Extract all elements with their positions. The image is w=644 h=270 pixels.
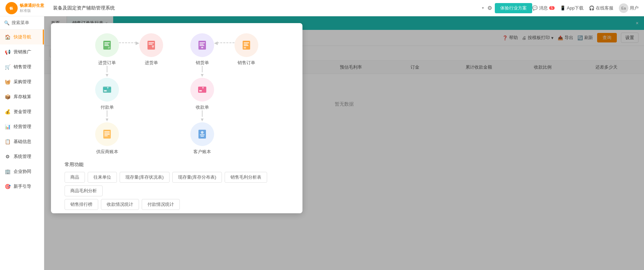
customer-ledger-circle [190,122,214,146]
svg-text:¥: ¥ [107,86,109,89]
operations-icon: 📊 [4,123,11,130]
svg-rect-15 [147,41,155,50]
sidebar-item-system[interactable]: ⚙ 系统管理 [0,149,44,164]
svg-point-28 [201,131,204,134]
message-icon: 💬 [532,5,538,11]
flow-receipt-bill[interactable]: ¥ 收款单 [190,78,214,110]
quick-nav-modal: 进货订单 ▼ ¥ 付款单 ▼ [51,23,302,213]
search-menu[interactable]: 🔍 搜索菜单 [0,16,44,30]
flow-sales-order[interactable]: 销售订单 [234,33,258,66]
purchase-bill-circle [139,33,163,57]
func-btn-8[interactable]: 付款情况统计 [142,199,180,210]
home-icon: 🏠 [4,34,11,40]
sidebar-item-basic-info[interactable]: 📋 基础信息 [0,134,44,149]
func-buttons-row: 商品 往来单位 现存量(库存状况表) 现存量(库存分布表) 销售毛利分析表 商品… [65,172,289,196]
svg-rect-34 [244,45,248,46]
settings-icon[interactable]: ⚙ [487,5,492,11]
inventory-icon: 📦 [4,93,11,100]
supplier-ledger-circle [95,122,119,146]
sidebar: 🔍 搜索菜单 🏠 快捷导航 📢 营销推广 🛒 销售管理 🧺 采购管理 📦 [0,16,44,270]
system-dropdown-icon[interactable]: ▼ [481,6,485,10]
func-btn-1[interactable]: 往来单位 [88,172,117,183]
newbie-icon: 🎯 [4,183,11,190]
message-btn[interactable]: 💬 消息 5 [532,5,555,11]
sidebar-item-purchase[interactable]: 🧺 采购管理 [0,74,44,89]
func-btn-7[interactable]: 收款情况统计 [101,199,139,210]
mid-left-col-group: 进货单 [139,33,163,66]
v-connector-3: ▼ [200,66,205,78]
svg-rect-8 [104,90,107,91]
svg-rect-22 [201,47,203,48]
experience-btn[interactable]: 体验行业方案 [495,3,532,13]
user-avatar: Ea [619,3,628,13]
svg-rect-5 [104,45,109,46]
purchase-icon: 🧺 [4,78,11,85]
enterprise-icon: 🏢 [4,168,11,175]
sales-icon: 🛒 [4,64,11,70]
flow-customer-ledger[interactable]: 客户账本 [190,122,214,155]
purchase-order-circle [95,33,119,57]
svg-rect-21 [199,45,204,46]
func-buttons-row-2: 销售排行榜 收款情况统计 付款情况统计 [65,199,289,210]
system-icon: ⚙ [4,153,11,160]
finance-icon: 💰 [4,108,11,115]
flow-supplier-ledger[interactable]: 供应商账本 [95,122,119,155]
svg-rect-11 [104,131,110,132]
search-icon: 🔍 [4,20,10,25]
online-service-btn[interactable]: 🎧 在线客服 [589,5,613,11]
svg-rect-33 [244,44,248,44]
marketing-icon: 📢 [4,49,11,55]
sidebar-item-enterprise[interactable]: 🏢 企业协同 [0,164,44,179]
mid-right-col-group: 销货单 ▼ ¥ 收款单 ▼ [190,33,214,155]
payment-bill-circle: ¥ [95,78,119,102]
svg-rect-3 [104,42,110,43]
v-connector-4: ▼ [200,110,205,122]
flow-purchase-order[interactable]: 进货订单 [95,33,119,66]
sidebar-item-newbie[interactable]: 🎯 新手引导 [0,179,44,194]
sidebar-item-marketing[interactable]: 📢 营销推广 [0,44,44,59]
svg-rect-13 [104,134,110,135]
func-btn-3[interactable]: 现存量(库存分布表) [172,172,222,183]
func-btn-4[interactable]: 销售毛利分析表 [225,172,267,183]
func-btn-0[interactable]: 商品 [65,172,85,183]
svg-rect-20 [199,44,204,44]
sales-bill-circle [190,33,214,57]
svg-rect-30 [201,136,204,137]
download-icon: 📱 [560,5,565,11]
svg-rect-4 [104,44,108,44]
sidebar-item-sales[interactable]: 🛒 销售管理 [0,59,44,74]
svg-rect-17 [149,44,153,44]
basic-info-icon: 📋 [4,138,11,145]
svg-text:¥: ¥ [202,86,204,89]
svg-rect-27 [198,130,206,139]
right-col-group: 销售订单 [234,33,258,66]
sidebar-item-quick-nav[interactable]: 🏠 快捷导航 [0,30,44,44]
svg-rect-25 [199,90,202,91]
svg-rect-12 [104,133,110,133]
system-title: 装备及固定资产辅助管理系统 [53,5,480,11]
svg-text:畅: 畅 [10,6,13,10]
sidebar-item-operations[interactable]: 📊 经营管理 [0,119,44,134]
flow-purchase-bill[interactable]: 进货单 [139,33,163,66]
top-bar: 畅 畅康通好生意 标准版 装备及固定资产辅助管理系统 ▼ ⚙ 体验行业方案 💬 … [0,0,644,16]
flow-sales-bill[interactable]: 销货单 [190,33,214,66]
logo-area: 畅 畅康通好生意 标准版 [5,2,50,14]
message-badge: 5 [549,6,555,10]
func-btn-2[interactable]: 现存量(库存状况表) [120,172,170,183]
sidebar-item-finance[interactable]: 💰 资金管理 [0,104,44,119]
h-arrow-2: ◀ [214,40,234,46]
sales-order-circle [234,33,258,57]
logo-text: 畅康通好生意 标准版 [20,3,44,13]
func-btn-5[interactable]: 商品毛利分析 [65,185,103,196]
user-btn[interactable]: Ea 用户 [619,3,639,13]
v-connector-2: ▼ [105,110,109,122]
h-arrow-1: ▶ [119,40,139,46]
service-icon: 🎧 [589,5,594,11]
func-btn-6[interactable]: 销售排行榜 [65,199,98,210]
common-func-title: 常用功能 [65,162,289,168]
receipt-bill-circle: ¥ [190,78,214,102]
app-download-btn[interactable]: 📱 App下载 [560,5,584,11]
sidebar-item-inventory[interactable]: 📦 库存核算 [0,89,44,104]
modal-overlay[interactable]: 进货订单 ▼ ¥ 付款单 ▼ [44,16,644,270]
flow-payment-bill[interactable]: ¥ 付款单 [95,78,119,110]
